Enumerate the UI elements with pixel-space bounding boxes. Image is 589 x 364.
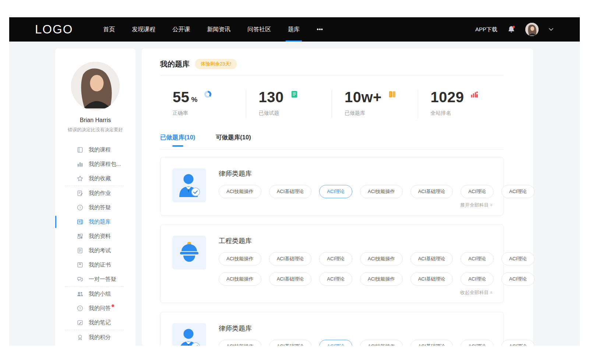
chat-icon <box>77 276 84 283</box>
sidebar-item-label: 我的题库 <box>89 218 111 225</box>
sidebar-item-1[interactable]: 我的课程包... <box>55 157 135 171</box>
sidebar-item-label: 我的笔记 <box>89 319 111 326</box>
document-icon <box>290 90 299 99</box>
stat-value: 55 <box>173 90 190 104</box>
sidebar-item-11[interactable]: ?我的问答 <box>55 301 135 315</box>
subject-tag[interactable]: ACI技能操作 <box>219 272 261 286</box>
subject-tag[interactable]: ACI技能操作 <box>219 340 261 346</box>
tag-row: ACI技能操作ACI基础理论ACI理论ACI技能操作ACI基础理论ACI理论AC… <box>219 252 493 265</box>
sidebar-item-label: 我的作业 <box>89 190 111 197</box>
sidebar-item-label: 我的问答 <box>89 305 111 312</box>
sidebar-item-8[interactable]: 我的证书 <box>55 258 135 272</box>
sidebar-item-3[interactable]: 我的作业 <box>55 186 135 200</box>
sidebar-item-10[interactable]: 我的小组 <box>55 287 135 301</box>
subject-tag[interactable]: ACI基础理论 <box>269 252 312 265</box>
main-header: 我的题库 体验剩余23天! <box>160 49 504 76</box>
tab-1[interactable]: 可做题库(10) <box>216 133 251 149</box>
sidebar-item-label: 我的答疑 <box>89 204 111 211</box>
engineer-icon <box>172 236 206 270</box>
sidebar-item-5[interactable]: 我的题库 <box>55 215 135 229</box>
bank-icon <box>77 218 84 225</box>
sidebar-item-label: 我的课程包... <box>89 161 121 168</box>
question-bank-card: 工程类题库ACI技能操作ACI基础理论ACI理论ACI技能操作ACI基础理论AC… <box>160 224 504 303</box>
subject-tag[interactable]: ACI基础理论 <box>269 185 312 198</box>
tag-row: ACI技能操作ACI基础理论ACI理论ACI技能操作ACI基础理论ACI理论AC… <box>219 340 493 346</box>
sidebar-item-2[interactable]: 我的收藏 <box>55 171 135 186</box>
subject-tag[interactable]: ACI技能操作 <box>219 252 261 265</box>
subject-tag[interactable]: ACI基础理论 <box>269 272 312 286</box>
stat-value: 1029 <box>431 90 464 104</box>
stat-1: 130已做试题 <box>246 90 332 118</box>
chevron-down-icon[interactable] <box>548 26 554 32</box>
tab-0[interactable]: 已做题库(10) <box>160 133 195 149</box>
sidebar-item-4[interactable]: ?我的答疑 <box>55 200 135 215</box>
nav-item-0[interactable]: 首页 <box>103 17 115 42</box>
lawyer-icon <box>172 168 206 202</box>
active-tab-underline <box>172 145 183 147</box>
subject-tag[interactable]: ACI理论 <box>319 185 352 198</box>
nav-item-4[interactable]: 问答社区 <box>247 17 271 42</box>
question-bank-card: 律师类题库ACI技能操作ACI基础理论ACI理论ACI技能操作ACI基础理论AC… <box>160 312 504 346</box>
subject-tag[interactable]: ACI理论 <box>461 272 494 286</box>
sidebar-item-9[interactable]: 一对一答疑 <box>55 272 135 286</box>
card-body: 工程类题库ACI技能操作ACI基础理论ACI理论ACI技能操作ACI基础理论AC… <box>219 236 493 299</box>
subject-tag[interactable]: ACI基础理论 <box>410 340 453 346</box>
package-icon <box>77 161 84 168</box>
stat-label: 正确率 <box>173 110 246 117</box>
sidebar-item-13[interactable]: 我的积分 <box>55 330 135 345</box>
subject-tag[interactable]: ACI理论 <box>461 340 494 346</box>
sidebar: Brian Harris 错误的决定比没有决定要好 我的课程我的课程包...我的… <box>55 49 135 346</box>
nav-item-2[interactable]: 公开课 <box>172 17 190 42</box>
qa-icon: ? <box>77 305 84 312</box>
subject-tag[interactable]: ACI技能操作 <box>360 185 403 198</box>
profile-data-icon <box>77 233 84 240</box>
sidebar-item-12[interactable]: 我的笔记 <box>55 315 135 330</box>
subject-tag[interactable]: ACI理论 <box>501 272 535 286</box>
subject-tag[interactable]: ACI理论 <box>319 340 352 346</box>
sidebar-item-label: 我的资料 <box>89 233 111 240</box>
subject-tag[interactable]: ACI基础理论 <box>410 252 453 265</box>
subject-tag[interactable]: ACI基础理论 <box>410 185 453 198</box>
collapse-subjects-link[interactable]: 收起全部科目« <box>219 289 493 299</box>
logo[interactable]: LOGO <box>35 22 73 36</box>
subject-tag[interactable]: ACI基础理论 <box>269 340 312 346</box>
subject-tag[interactable]: ACI基础理论 <box>410 272 453 286</box>
subject-tag[interactable]: ACI理论 <box>461 252 494 265</box>
svg-text:?: ? <box>79 206 81 210</box>
profile-motto: 错误的决定比没有决定要好 <box>55 127 135 133</box>
subject-tag[interactable]: ACI技能操作 <box>360 340 403 346</box>
nav-item-5[interactable]: 题库 <box>288 17 300 42</box>
subject-tag[interactable]: ACI理论 <box>319 272 352 286</box>
card-body: 律师类题库ACI技能操作ACI基础理论ACI理论ACI技能操作ACI基础理论AC… <box>219 323 493 346</box>
sidebar-item-7[interactable]: 我的考试 <box>55 243 135 258</box>
sidebar-item-6[interactable]: 我的资料 <box>55 229 135 243</box>
card-title: 工程类题库 <box>219 236 493 245</box>
subject-tag[interactable]: ACI理论 <box>501 252 535 265</box>
app-download-link[interactable]: APP下载 <box>475 26 497 33</box>
sidebar-item-label: 我的考试 <box>89 247 111 254</box>
subject-tag[interactable]: ACI理论 <box>501 340 535 346</box>
stat-label: 全站排名 <box>431 110 504 117</box>
nav-item-6[interactable]: ••• <box>317 17 323 42</box>
nav-item-3[interactable]: 新闻资讯 <box>207 17 230 42</box>
expand-subjects-link[interactable]: 展开全部科目» <box>219 202 493 211</box>
bell-icon[interactable] <box>507 25 516 34</box>
nav-item-1[interactable]: 发现课程 <box>132 17 155 42</box>
subject-tag[interactable]: ACI理论 <box>319 252 352 265</box>
subject-tag[interactable]: ACI理论 <box>501 185 535 198</box>
sidebar-item-0[interactable]: 我的课程 <box>55 143 135 157</box>
question-icon: ? <box>77 204 84 211</box>
stat-0: 55%正确率 <box>160 90 246 118</box>
subject-tag[interactable]: ACI技能操作 <box>360 272 403 286</box>
subject-tag[interactable]: ACI技能操作 <box>219 185 261 198</box>
profile-name: Brian Harris <box>55 117 135 124</box>
note-icon <box>77 319 84 326</box>
stats-row: 55%正确率130已做试题10w+已做题库1029全站排名 <box>160 90 504 118</box>
question-bank-card: 律师类题库ACI技能操作ACI基础理论ACI理论ACI技能操作ACI基础理论AC… <box>160 157 504 215</box>
book-icon <box>388 90 396 99</box>
subject-tag[interactable]: ACI技能操作 <box>360 252 403 265</box>
subject-tag[interactable]: ACI理论 <box>461 185 494 198</box>
course-icon <box>77 146 84 153</box>
user-avatar[interactable] <box>525 23 539 36</box>
card-icon-box <box>172 168 206 202</box>
